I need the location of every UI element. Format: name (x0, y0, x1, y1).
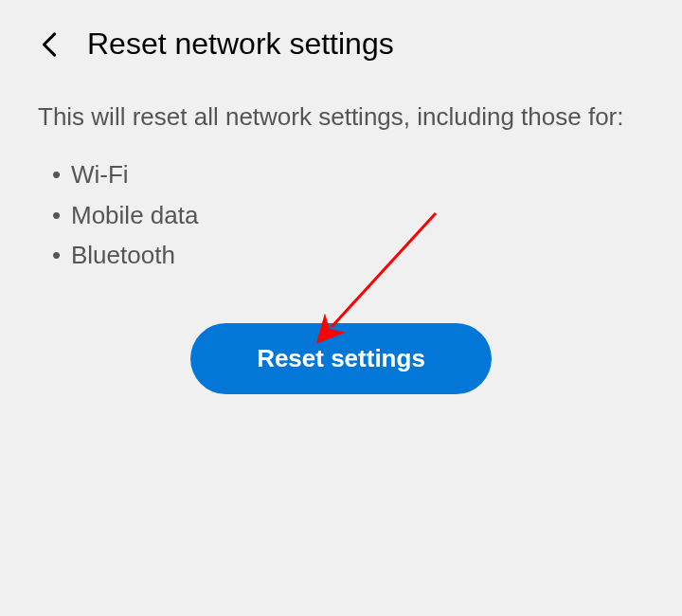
settings-list: Wi-Fi Mobile data Bluetooth (38, 154, 644, 277)
list-item: Wi-Fi (71, 154, 644, 195)
description-text: This will reset all network settings, in… (38, 100, 644, 136)
list-item: Bluetooth (71, 235, 644, 276)
page-title: Reset network settings (87, 27, 394, 62)
back-icon[interactable] (38, 33, 61, 56)
reset-settings-button[interactable]: Reset settings (190, 323, 492, 394)
header: Reset network settings (0, 0, 682, 81)
button-container: Reset settings (38, 323, 644, 394)
list-item: Mobile data (71, 195, 644, 236)
content-area: This will reset all network settings, in… (0, 81, 682, 413)
